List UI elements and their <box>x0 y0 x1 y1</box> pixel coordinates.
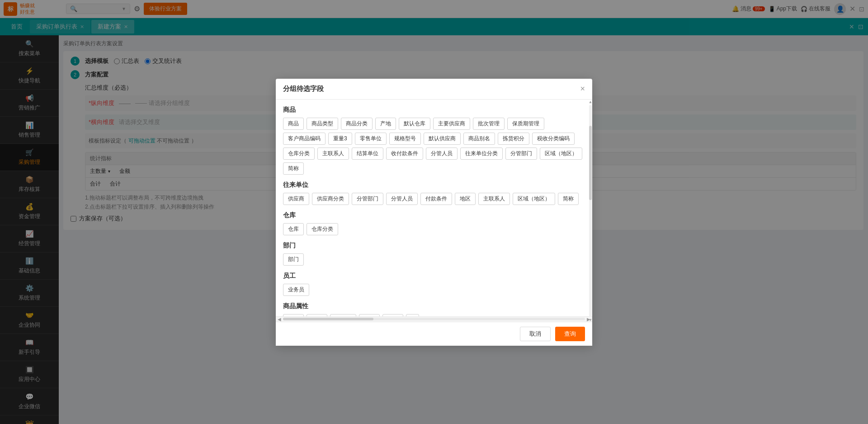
field-tag-dept[interactable]: 分管部门 <box>352 193 383 205</box>
field-tag-product-category[interactable]: 商品分类 <box>341 118 373 130</box>
section-warehouse-title: 仓库 <box>283 211 585 219</box>
field-tag-supervisor[interactable]: 分管人员 <box>426 148 458 160</box>
modal-overlay: 分组待选字段 × 商品 商品 商品类型 商品分类 产地 默认仓库 主要供应商 批… <box>0 0 868 424</box>
section-product-attr: 商品属性 属性 颜色 多规格 尺码 鞋码 1 <box>283 302 585 316</box>
field-tag-spec-model[interactable]: 规格型号 <box>389 133 421 145</box>
section-employee: 员工 业务员 <box>283 272 585 296</box>
hscroll-track[interactable] <box>283 318 585 320</box>
field-tag-color[interactable]: 颜色 <box>307 314 327 316</box>
cancel-button[interactable]: 取消 <box>520 327 551 341</box>
modal-vscrollbar[interactable]: ▲ ▼ <box>589 100 592 322</box>
field-tag-warehouse-cat[interactable]: 仓库分类 <box>307 223 338 235</box>
product-attr-fields: 属性 颜色 多规格 尺码 鞋码 1 <box>283 314 585 316</box>
field-tag-payment-terms[interactable]: 收付款条件 <box>386 148 423 160</box>
field-tag-contact-partner[interactable]: 主联系人 <box>478 193 510 205</box>
modal-header: 分组待选字段 × <box>276 79 592 100</box>
modal-footer: 取消 查询 <box>276 322 592 346</box>
field-tag-abbr-partner[interactable]: 简称 <box>558 193 579 205</box>
section-dept-title: 部门 <box>283 242 585 250</box>
partner-fields: 供应商 供应商分类 分管部门 分管人员 付款条件 地区 主联系人 区域（地区） … <box>283 193 585 205</box>
field-tag-shoe-size[interactable]: 鞋码 <box>382 314 403 316</box>
section-dept: 部门 部门 <box>283 242 585 266</box>
field-tag-settlement-unit[interactable]: 结算单位 <box>352 148 383 160</box>
field-tag-expiry-mgmt[interactable]: 保质期管理 <box>507 118 544 130</box>
field-tag-salesperson[interactable]: 业务员 <box>283 284 309 296</box>
field-tag-supplier[interactable]: 供应商 <box>283 193 309 205</box>
field-tag-abbr-product[interactable]: 简称 <box>283 162 304 175</box>
confirm-button[interactable]: 查询 <box>555 327 585 341</box>
modal-close-icon[interactable]: × <box>580 84 585 94</box>
field-tag-product[interactable]: 商品 <box>283 118 304 130</box>
field-tag-area-partner[interactable]: 区域（地区） <box>513 193 555 205</box>
vscroll-thumb[interactable] <box>589 126 592 200</box>
field-tag-retail-unit[interactable]: 零售单位 <box>355 133 387 145</box>
field-tag-partner-category[interactable]: 往来单位分类 <box>460 148 503 160</box>
field-tag-multi-spec[interactable]: 多规格 <box>330 314 356 316</box>
field-tag-size[interactable]: 尺码 <box>359 314 380 316</box>
section-product-attr-title: 商品属性 <box>283 302 585 310</box>
dept-fields: 部门 <box>283 253 585 266</box>
field-tag-product-alias[interactable]: 商品别名 <box>463 133 495 145</box>
section-warehouse: 仓库 仓库 仓库分类 <box>283 211 585 235</box>
hscroll-left-arrow[interactable]: ◀ <box>278 317 281 322</box>
field-tag-department[interactable]: 部门 <box>283 253 304 266</box>
field-tag-default-warehouse[interactable]: 默认仓库 <box>399 118 430 130</box>
vscroll-track[interactable] <box>589 105 592 317</box>
field-tag-payment-cond[interactable]: 付款条件 <box>420 193 452 205</box>
vscroll-up-arrow[interactable]: ▲ <box>589 100 593 104</box>
field-tag-warehouse[interactable]: 仓库 <box>283 223 304 235</box>
modal-body: 商品 商品 商品类型 商品分类 产地 默认仓库 主要供应商 批次管理 保质期管理… <box>276 100 592 316</box>
field-tag-main-contact[interactable]: 主联系人 <box>317 148 349 160</box>
field-tag-staff[interactable]: 分管人员 <box>386 193 418 205</box>
hscroll-thumb[interactable] <box>283 318 373 320</box>
field-tag-weight3[interactable]: 重量3 <box>328 133 352 145</box>
field-tag-main-supplier[interactable]: 主要供应商 <box>433 118 470 130</box>
product-fields: 商品 商品类型 商品分类 产地 默认仓库 主要供应商 批次管理 保质期管理 客户… <box>283 118 585 175</box>
field-tag-warehouse-category[interactable]: 仓库分类 <box>283 148 315 160</box>
modal-title: 分组待选字段 <box>283 85 324 93</box>
modal: 分组待选字段 × 商品 商品 商品类型 商品分类 产地 默认仓库 主要供应商 批… <box>276 79 592 346</box>
field-tag-region-product[interactable]: 区域（地区） <box>540 148 582 160</box>
field-tag-customer-code[interactable]: 客户商品编码 <box>283 133 326 145</box>
field-tag-dept-mgmt[interactable]: 分管部门 <box>505 148 537 160</box>
section-product: 商品 商品 商品类型 商品分类 产地 默认仓库 主要供应商 批次管理 保质期管理… <box>283 106 585 175</box>
section-partner-title: 往来单位 <box>283 181 585 189</box>
field-tag-tax-code[interactable]: 税收分类编码 <box>532 133 575 145</box>
field-tag-batch-mgmt[interactable]: 批次管理 <box>473 118 505 130</box>
section-product-title: 商品 <box>283 106 585 114</box>
field-tag-supplier-category[interactable]: 供应商分类 <box>312 193 349 205</box>
employee-fields: 业务员 <box>283 284 585 296</box>
field-tag-pick-score[interactable]: 拣货积分 <box>498 133 529 145</box>
field-tag-product-type[interactable]: 商品类型 <box>307 118 338 130</box>
field-tag-default-supplier[interactable]: 默认供应商 <box>424 133 461 145</box>
warehouse-fields: 仓库 仓库分类 <box>283 223 585 235</box>
field-tag-attr[interactable]: 属性 <box>283 314 304 316</box>
field-tag-region-partner[interactable]: 地区 <box>455 193 476 205</box>
vscroll-down-arrow[interactable]: ▼ <box>589 318 593 322</box>
field-tag-origin[interactable]: 产地 <box>375 118 396 130</box>
section-employee-title: 员工 <box>283 272 585 280</box>
modal-hscrollbar[interactable]: ◀ ▶ <box>276 316 592 322</box>
field-tag-one[interactable]: 1 <box>406 314 419 316</box>
section-partner: 往来单位 供应商 供应商分类 分管部门 分管人员 付款条件 地区 主联系人 区域… <box>283 181 585 205</box>
